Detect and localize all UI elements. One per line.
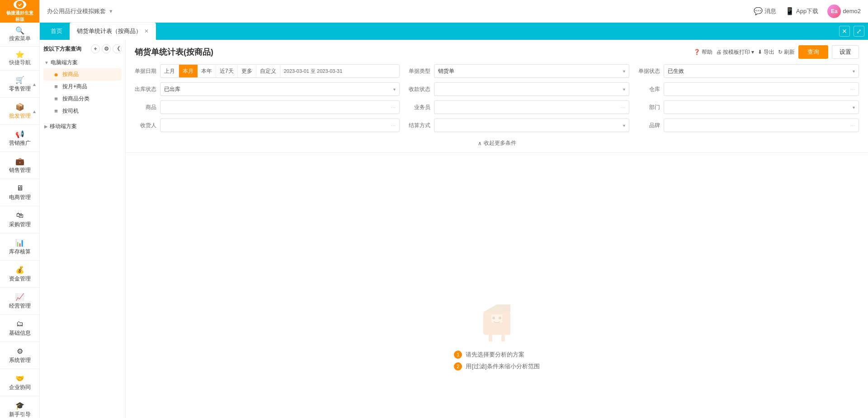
sidebar-item-corp[interactable]: 🤝 企业协同 [0, 369, 39, 396]
settings-button[interactable]: 设置 [832, 45, 859, 59]
left-panel-actions: + ⚙ 《 [91, 44, 122, 53]
tab-stat[interactable]: 销货单统计表（按商品） ✕ [70, 23, 156, 40]
sidebar-item-sales[interactable]: 💼 销售管理 [0, 152, 39, 179]
refresh-btn[interactable]: ↻ 刷新 [778, 48, 795, 56]
svg-rect-8 [501, 335, 505, 342]
doc-type-value: 销货单 [438, 67, 454, 75]
dept-select[interactable]: ▾ [664, 100, 859, 114]
collapse-label: 收起更多条件 [484, 139, 516, 147]
logo-icon [14, 0, 26, 9]
sidebar-item-purchase[interactable]: 🛍 采购管理 [0, 206, 39, 233]
sidebar-item-wholesale[interactable]: 📦 批发管理 ▲ [0, 98, 39, 125]
tip-num-2: 2 [454, 362, 462, 370]
sidebar-item-base[interactable]: 🗂 基础信息 [0, 315, 39, 342]
date-btn-more[interactable]: 更多 [238, 65, 256, 77]
date-filter: 上月 本月 本年 近7天 更多 自定义 2023-03-01 至 2023-03… [160, 64, 400, 78]
empty-state: 1 请先选择要分析的方案 2 用[过滤]条件来缩小分析范围 [126, 153, 868, 418]
tab-home[interactable]: 首页 [43, 23, 70, 40]
quick-nav-label: 快捷导航 [9, 59, 31, 66]
date-btn-custom[interactable]: 自定义 [256, 65, 280, 77]
doc-status-select[interactable]: 已生效 ▾ [664, 64, 859, 78]
help-btn[interactable]: ❓ 帮助 [693, 48, 712, 56]
collapse-icon: ∧ [478, 140, 482, 147]
settings-scheme-btn[interactable]: ⚙ [102, 44, 111, 53]
tab-stat-close[interactable]: ✕ [144, 28, 149, 34]
out-status-select[interactable]: 已出库 ▾ [160, 82, 400, 96]
tip-num-1: 1 [454, 351, 462, 359]
svg-rect-7 [489, 335, 492, 342]
tree-item-by-category[interactable]: ≡ 按商品分类 [43, 93, 122, 105]
by-company-icon: ≡ [52, 108, 60, 115]
sidebar-item-marketing[interactable]: 📢 营销推广 [0, 125, 39, 152]
tab-controls: ✕ ⤢ [839, 26, 864, 37]
sidebar-item-operation[interactable]: 📈 经营管理 [0, 288, 39, 315]
tree-item-by-month-product[interactable]: ≡ 按月+商品 [43, 81, 122, 93]
sidebar-item-finance[interactable]: 💰 资金管理 [0, 261, 39, 288]
tree-pc-section: ▼ 电脑端方案 ● 按商品 ≡ 按月+商品 ≡ 按商品分类 ≡ 按司机 [43, 57, 122, 117]
left-panel-title: 按以下方案查询 [43, 45, 81, 53]
refresh-label: 刷新 [784, 48, 795, 56]
form-title-actions: ❓ 帮助 🖨 按模板打印 ▾ ⬇ 导出 ↻ [693, 45, 859, 59]
export-icon: ⬇ [758, 49, 762, 55]
sidebar-item-retail[interactable]: 🛒 零售管理 ▲ [0, 71, 39, 98]
industry-dropdown-icon[interactable]: ▾ [109, 8, 113, 14]
date-btn-7days[interactable]: 近7天 [216, 65, 238, 77]
sidebar-item-ecom[interactable]: 🖥 电商管理 [0, 179, 39, 206]
date-btn-this-year[interactable]: 本年 [198, 65, 216, 77]
empty-tip-2-text: 用[过滤]条件来缩小分析范围 [466, 362, 539, 370]
tab-maximize-btn[interactable]: ⤢ [854, 26, 864, 37]
app-download-btn[interactable]: 📱 App下载 [785, 7, 818, 15]
sidebar-item-newbie[interactable]: 🎓 新手引导 [0, 396, 39, 418]
user-btn[interactable]: Ea demo2 [827, 5, 861, 18]
empty-tip-2: 2 用[过滤]条件来缩小分析范围 [454, 362, 539, 370]
tree-mobile-label: 移动端方案 [50, 123, 77, 130]
doc-type-select[interactable]: 销货单 ▾ [434, 64, 629, 78]
tree-mobile-title[interactable]: ▶ 移动端方案 [43, 121, 122, 132]
tree-item-by-product[interactable]: ● 按商品 [43, 68, 122, 81]
query-button[interactable]: 查询 [798, 45, 828, 59]
tree-pc-title[interactable]: ▼ 电脑端方案 [43, 57, 122, 68]
sidebar-item-ecom-label: 电商管理 [9, 194, 31, 201]
doc-status-arrow-icon: ▾ [853, 69, 855, 74]
quick-nav[interactable]: ⭐ 快捷导航 [0, 47, 39, 71]
sidebar-item-wholesale-label: 批发管理 [9, 112, 31, 120]
settlement-select[interactable]: ▾ [434, 119, 629, 132]
sidebar-item-newbie-label: 新手引导 [9, 411, 31, 418]
by-category-icon: ≡ [52, 95, 60, 103]
message-btn[interactable]: 💬 消息 [754, 7, 776, 15]
sidebar-item-inventory[interactable]: 📊 库存核算 [0, 233, 39, 261]
salesman-select[interactable]: ··· [434, 100, 629, 114]
salesman-filter-group: 业务员 ··· [409, 100, 629, 114]
salesman-label: 业务员 [409, 104, 434, 111]
date-btn-this-month[interactable]: 本月 [179, 65, 198, 77]
newbie-icon: 🎓 [15, 401, 24, 410]
collapse-row[interactable]: ∧ 收起更多条件 [135, 137, 859, 149]
finance-icon: 💰 [15, 265, 24, 274]
date-filter-inner: 上月 本月 本年 近7天 更多 自定义 2023-03-01 至 2023-03… [160, 64, 400, 78]
brand-select[interactable]: ··· [664, 119, 859, 132]
tree-item-by-company[interactable]: ≡ 按司机 [43, 105, 122, 117]
wholesale-icon: 📦 [15, 102, 24, 111]
user-label: demo2 [843, 8, 861, 14]
warehouse-select[interactable]: ··· [664, 82, 859, 96]
by-month-product-label: 按月+商品 [62, 83, 87, 90]
collapse-panel-btn[interactable]: 《 [113, 44, 122, 53]
payment-status-filter-group: 收款状态 ▾ [409, 82, 629, 96]
receiver-select[interactable]: ··· [160, 119, 400, 132]
tab-close-btn[interactable]: ✕ [839, 26, 850, 37]
product-select[interactable]: ··· [160, 100, 400, 114]
sidebar-item-retail-label: 零售管理 [9, 85, 31, 93]
payment-status-select[interactable]: ▾ [434, 82, 629, 96]
print-btn[interactable]: 🖨 按模板打印 ▾ [716, 48, 754, 56]
add-scheme-btn[interactable]: + [91, 44, 100, 53]
top-nav-right: 💬 消息 📱 App下载 Ea demo2 [754, 5, 861, 18]
date-btn-last-month[interactable]: 上月 [160, 65, 179, 77]
out-status-filter-group: 出库状态 已出库 ▾ [135, 82, 400, 96]
base-icon: 🗂 [15, 319, 24, 328]
export-btn[interactable]: ⬇ 导出 [758, 48, 774, 56]
search-menu-label: 搜索菜单 [9, 35, 31, 42]
sidebar-item-system[interactable]: ⚙ 系统管理 [0, 342, 39, 369]
empty-tip-1-text: 请先选择要分析的方案 [466, 351, 524, 359]
out-status-arrow-icon: ▾ [393, 87, 396, 92]
search-menu[interactable]: 🔍 搜索菜单 [0, 23, 39, 47]
